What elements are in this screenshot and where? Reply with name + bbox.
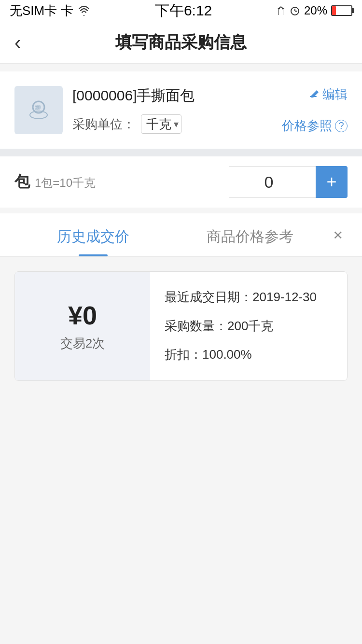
transaction-count: 交易2次 (60, 335, 105, 352)
edit-button[interactable]: 编辑 (309, 86, 348, 103)
recent-date-label: 最近成交日期： (165, 290, 252, 304)
unit-label: 采购单位： (72, 116, 135, 133)
wifi-icon (77, 5, 91, 16)
status-right: 20% (276, 4, 352, 17)
sim-icon: 卡 (61, 2, 73, 19)
transaction-discount: 折扣：100.00% (165, 345, 333, 365)
product-name: [0000006]手撕面包 (72, 86, 195, 106)
price-ref-button[interactable]: 价格参照 ? (282, 117, 348, 134)
product-unit-row: 采购单位： 千克 包 (72, 114, 195, 134)
alarm-icon (290, 5, 300, 16)
product-left: 数 [0000006]手撕面包 采购单位： 千克 包 (14, 86, 195, 134)
unit-select[interactable]: 千克 包 (141, 114, 181, 134)
quantity-conversion: 1包=10千克 (35, 175, 96, 191)
quantity-input[interactable] (229, 166, 316, 198)
unit-select-wrapper[interactable]: 千克 包 (141, 114, 181, 134)
product-card: 数 [0000006]手撕面包 采购单位： 千克 包 (0, 71, 362, 149)
edit-label: 编辑 (322, 86, 348, 103)
recent-date-value: 2019-12-30 (252, 290, 317, 304)
section-divider (0, 149, 362, 156)
page-title: 填写商品采购信息 (115, 31, 247, 54)
tab-price-ref[interactable]: 商品价格参考 (171, 213, 328, 256)
transaction-recent-date: 最近成交日期：2019-12-30 (165, 287, 333, 308)
svg-text:数: 数 (35, 105, 40, 110)
quantity-input-group: + (229, 166, 348, 198)
help-icon: ? (335, 120, 348, 132)
transaction-right: 最近成交日期：2019-12-30 采购数量：200千克 折扣：100.00% (150, 272, 347, 380)
transaction-purchase-qty: 采购数量：200千克 (165, 316, 333, 336)
product-image: 数 (14, 86, 63, 134)
transaction-list: ¥0 交易2次 最近成交日期：2019-12-30 采购数量：200千克 折扣：… (0, 257, 362, 395)
battery-icon (331, 5, 352, 16)
nav-bar: ‹ 填写商品采购信息 (0, 21, 362, 64)
back-button[interactable]: ‹ (14, 33, 21, 52)
transaction-price: ¥0 (68, 300, 97, 330)
price-ref-label: 价格参照 (282, 117, 332, 134)
tabs-container: 历史成交价 商品价格参考 × ¥0 交易2次 最近成交日期：2019-12-30… (0, 213, 362, 546)
product-top: 数 [0000006]手撕面包 采购单位： 千克 包 (14, 86, 348, 134)
status-bar: 无SIM卡 卡 下午6:12 20% (0, 0, 362, 21)
status-time: 下午6:12 (155, 1, 212, 21)
svg-point-5 (30, 111, 47, 119)
carrier-text: 无SIM卡 (10, 2, 57, 19)
discount-value: 100.00% (202, 347, 252, 362)
tab-history-price[interactable]: 历史成交价 (14, 213, 171, 256)
location-icon (276, 5, 286, 16)
purchase-qty-value: 200千克 (227, 319, 273, 333)
status-left: 无SIM卡 卡 (10, 2, 91, 19)
quantity-add-button[interactable]: + (316, 166, 348, 198)
main-content: ¥0 交易2次 最近成交日期：2019-12-30 采购数量：200千克 折扣：… (0, 257, 362, 546)
close-tab-button[interactable]: × (328, 221, 348, 249)
tabs-header: 历史成交价 商品价格参考 × (0, 213, 362, 257)
transaction-card: ¥0 交易2次 最近成交日期：2019-12-30 采购数量：200千克 折扣：… (14, 271, 348, 381)
product-actions: 编辑 价格参照 ? (282, 86, 348, 134)
quantity-label: 包 1包=10千克 (14, 171, 96, 193)
quantity-row: 包 1包=10千克 + (0, 156, 362, 208)
transaction-left: ¥0 交易2次 (15, 272, 150, 380)
discount-label: 折扣： (165, 347, 202, 362)
quantity-unit: 包 (14, 171, 30, 193)
battery-percent: 20% (304, 4, 327, 17)
product-info: [0000006]手撕面包 采购单位： 千克 包 (72, 86, 195, 134)
purchase-qty-label: 采购数量： (165, 319, 227, 333)
edit-icon (309, 89, 320, 100)
